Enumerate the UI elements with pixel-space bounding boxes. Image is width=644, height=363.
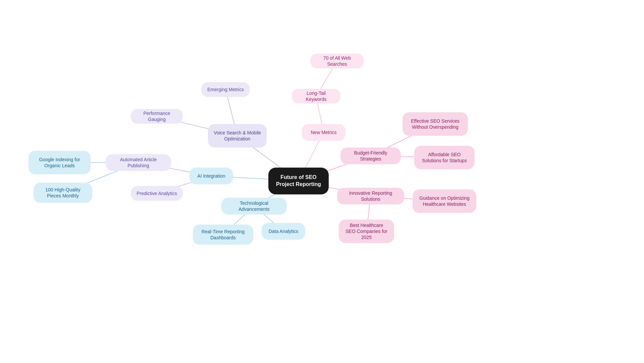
node-google-indexing[interactable]: Google Indexing for Organic Leads [29, 151, 91, 174]
mindmap-container: Future of SEO Project ReportingVoice Sea… [0, 0, 644, 363]
node-tech-advancements[interactable]: Technological Advancements [221, 198, 287, 215]
node-70-all-web[interactable]: 70 of All Web Searches [310, 54, 364, 68]
node-new-metrics[interactable]: New Metrics [302, 124, 345, 141]
node-best-healthcare[interactable]: Best Healthcare SEO Companies for 2025 [339, 220, 394, 243]
node-automated-article[interactable]: Automated Article Publishing [106, 154, 171, 171]
node-realtime-dashboards[interactable]: Real-Time Reporting Dashboards [193, 225, 253, 245]
node-effective-seo[interactable]: Effective SEO Services Without Overspend… [402, 112, 468, 136]
node-data-analytics[interactable]: Data Analytics [262, 223, 305, 240]
node-performance-gauging[interactable]: Performance Gauging [131, 109, 183, 124]
node-voice-search[interactable]: Voice Search & Mobile Optimization [208, 124, 267, 147]
node-guidance-healthcare[interactable]: Guidance on Optimizing Healthcare Websit… [413, 189, 476, 213]
node-ai-integration[interactable]: AI Integration [190, 168, 233, 184]
node-affordable-seo[interactable]: Affordable SEO Solutions for Startups [414, 146, 475, 169]
node-100-high-quality[interactable]: 100 High-Quality Pieces Monthly [34, 183, 92, 203]
node-budget-friendly[interactable]: Budget-Friendly Strategies [340, 147, 401, 164]
node-innovative-reporting[interactable]: Innovative Reporting Solutions [337, 188, 404, 204]
node-center[interactable]: Future of SEO Project Reporting [268, 168, 329, 194]
node-emerging-metrics[interactable]: Emerging Metrics [201, 82, 250, 97]
node-predictive-analytics[interactable]: Predictive Analytics [131, 186, 183, 201]
node-long-tail-keywords[interactable]: Long-Tail Keywords [292, 89, 340, 104]
